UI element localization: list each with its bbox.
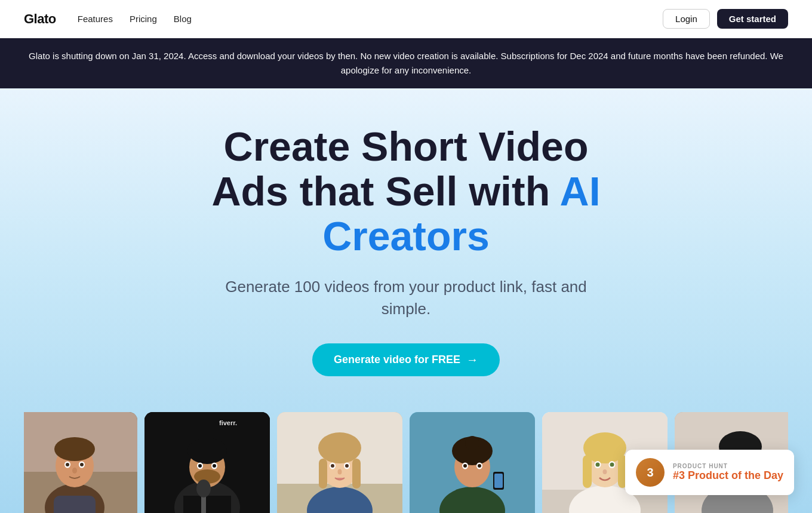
svg-text:fiverr.: fiverr. [219, 419, 237, 426]
banner-text: Glato is shutting down on Jan 31, 2024. … [29, 51, 783, 75]
cta-button[interactable]: Generate video for FREE → [312, 343, 500, 376]
video-thumb-3 [277, 412, 402, 513]
svg-point-37 [338, 469, 342, 475]
ph-value: #3 Product of the Day [673, 469, 783, 482]
hero-title-ai: AI [560, 168, 601, 214]
login-button[interactable]: Login [663, 9, 710, 29]
svg-rect-17 [183, 496, 231, 513]
hero-title-creators: Creators [322, 213, 490, 259]
svg-rect-31 [319, 459, 327, 489]
svg-rect-32 [352, 459, 361, 489]
svg-point-8 [80, 463, 84, 466]
navbar: Glato Features Pricing Blog Login Get st… [0, 0, 812, 38]
svg-point-47 [478, 464, 481, 468]
svg-point-46 [463, 464, 467, 468]
cta-label: Generate video for FREE [334, 354, 460, 366]
svg-point-15 [187, 438, 227, 464]
cta-arrow-icon: → [466, 353, 478, 367]
product-hunt-badge[interactable]: 3 PRODUCT HUNT #3 Product of the Day [625, 450, 794, 495]
svg-point-43 [465, 436, 479, 450]
ph-medal: 3 [636, 458, 665, 487]
svg-rect-10 [54, 496, 96, 513]
svg-point-22 [198, 464, 202, 468]
svg-point-61 [610, 463, 614, 467]
svg-point-23 [213, 464, 216, 468]
svg-point-4 [54, 437, 95, 461]
navbar-right: Login Get started [663, 9, 788, 29]
svg-rect-56 [583, 455, 592, 488]
ph-medal-number: 3 [647, 466, 653, 480]
hero-title-line2-plain: Ads that Sell with [211, 168, 559, 214]
announcement-banner: Glato is shutting down on Jan 31, 2024. … [0, 38, 812, 88]
get-started-button[interactable]: Get started [717, 9, 788, 29]
svg-point-30 [318, 432, 361, 463]
logo[interactable]: Glato [24, 11, 56, 27]
svg-rect-49 [494, 474, 503, 488]
hero-title-line1: Create Short Video [224, 124, 589, 169]
svg-point-60 [596, 463, 600, 467]
nav-pricing[interactable]: Pricing [130, 14, 157, 24]
navbar-left: Glato Features Pricing Blog [24, 11, 192, 27]
video-thumb-1 [24, 412, 137, 513]
hero-title: Create Short Video Ads that Sell with AI… [211, 124, 600, 258]
nav-blog[interactable]: Blog [174, 14, 192, 24]
svg-point-62 [603, 469, 607, 474]
ph-label: PRODUCT HUNT [673, 463, 783, 469]
nav-features[interactable]: Features [78, 14, 113, 24]
video-thumb-2: fiverr. [144, 412, 270, 513]
nav-links: Features Pricing Blog [78, 14, 192, 24]
video-thumb-4 [410, 412, 535, 513]
hero-subtitle: Generate 100 videos from your product li… [203, 276, 609, 320]
svg-point-19 [196, 480, 211, 497]
svg-point-35 [331, 464, 334, 468]
svg-point-36 [345, 464, 349, 468]
svg-point-9 [72, 468, 77, 474]
ph-text: PRODUCT HUNT #3 Product of the Day [673, 463, 783, 482]
svg-point-7 [66, 463, 69, 466]
